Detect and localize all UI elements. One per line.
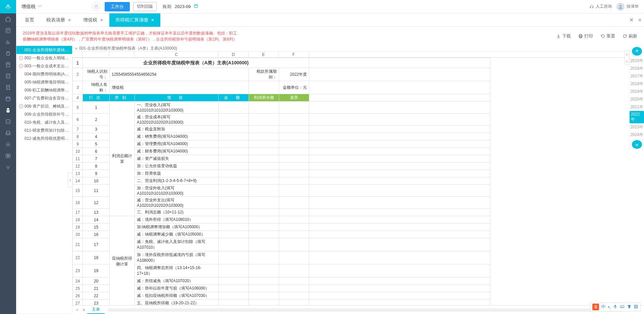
year-scroll-up-icon[interactable] xyxy=(632,47,642,56)
cell-profit[interactable] xyxy=(249,163,279,170)
nav-v-icon[interactable] xyxy=(0,162,16,173)
year-2015年[interactable]: 2015年 xyxy=(630,57,643,65)
year-2023年[interactable]: 2023年 xyxy=(630,123,643,131)
ime-logo-icon[interactable]: S xyxy=(592,304,599,310)
year-2017年[interactable]: 2017年 xyxy=(630,72,643,80)
ime-mic-icon[interactable] xyxy=(613,304,618,310)
year-2022年[interactable]: 2022年 xyxy=(630,111,644,123)
workbench-button[interactable]: 工作台 xyxy=(105,2,130,11)
cell-amount[interactable] xyxy=(219,102,249,114)
refresh-button[interactable]: 刷新 xyxy=(623,33,637,39)
cell-amount[interactable] xyxy=(219,177,249,185)
cell-profit[interactable] xyxy=(249,133,279,140)
tab-0[interactable]: 首页 xyxy=(19,13,40,27)
cell-profit[interactable] xyxy=(249,197,279,209)
nav-building-icon[interactable] xyxy=(0,82,16,93)
cell-amount[interactable] xyxy=(219,185,249,197)
cell-diff[interactable] xyxy=(279,264,309,277)
report-item-1[interactable]: 002-一般企业收入明细表(A1...! xyxy=(16,54,72,62)
cell-amount[interactable] xyxy=(219,238,249,251)
print-button[interactable]: 打印 xyxy=(578,33,593,39)
ime-mode[interactable]: 中 xyxy=(601,304,606,310)
nav-bag-icon[interactable] xyxy=(0,48,16,59)
avatar[interactable] xyxy=(616,3,625,11)
cell-amount[interactable] xyxy=(219,300,249,306)
cell-profit[interactable] xyxy=(249,102,279,114)
cell-amount[interactable] xyxy=(219,216,249,224)
cell-profit[interactable] xyxy=(249,209,279,216)
report-item-5[interactable]: 006-职工薪酬纳税调整明细... xyxy=(16,86,72,94)
switch-old-button[interactable]: 切到旧版 xyxy=(133,2,157,11)
nav-calendar-icon[interactable] xyxy=(0,93,16,105)
nav-ledger-icon[interactable] xyxy=(0,25,16,36)
ime-skin-icon[interactable] xyxy=(627,304,632,310)
cell-profit[interactable] xyxy=(249,155,279,163)
cell-profit[interactable] xyxy=(249,238,279,251)
cell-diff[interactable] xyxy=(279,170,309,177)
tab-close-icon[interactable]: ✕ xyxy=(100,18,103,22)
sheet-tab[interactable]: 主表 xyxy=(87,306,105,314)
cell-amount[interactable] xyxy=(219,277,249,285)
nav-play-icon[interactable] xyxy=(0,150,16,162)
nav-tax-icon[interactable] xyxy=(0,105,16,116)
cell-profit[interactable] xyxy=(249,231,279,238)
tabs-close-all-icon[interactable]: ✕ xyxy=(629,17,634,23)
expand-year-panel-icon[interactable]: ›› xyxy=(625,50,629,65)
year-scroll-down-icon[interactable] xyxy=(632,140,642,149)
nav-archive-icon[interactable] xyxy=(0,116,16,127)
report-item-11[interactable]: 012-减免所得税优惠明细表(... xyxy=(16,134,72,142)
report-item-4[interactable]: 005-纳税调整项目明细表(A1... xyxy=(16,78,72,86)
nav-home-icon[interactable] xyxy=(0,13,16,25)
header-circle-button[interactable] xyxy=(92,2,101,11)
cell-amount[interactable] xyxy=(219,251,249,264)
cell-profit[interactable] xyxy=(249,114,279,126)
cell-diff[interactable] xyxy=(279,209,309,216)
tab-1[interactable]: 税表清册✕ xyxy=(40,13,77,27)
add-sheet-icon[interactable]: ＋ xyxy=(74,307,80,313)
cell-profit[interactable] xyxy=(249,216,279,224)
cell-diff[interactable] xyxy=(279,277,309,285)
report-item-10[interactable]: 011-研发费用加计扣除优惠... xyxy=(16,126,72,134)
cell-diff[interactable] xyxy=(279,238,309,251)
cell-diff[interactable] xyxy=(279,155,309,163)
cell-profit[interactable] xyxy=(249,185,279,197)
cell-diff[interactable] xyxy=(279,114,309,126)
business-selector[interactable]: 增值税 ﹀ xyxy=(21,4,89,10)
cell-amount[interactable] xyxy=(219,163,249,170)
cell-profit[interactable] xyxy=(249,300,279,306)
cell-diff[interactable] xyxy=(279,224,309,231)
cell-diff[interactable] xyxy=(279,292,309,300)
cell-amount[interactable] xyxy=(219,285,249,292)
cell-profit[interactable] xyxy=(249,277,279,285)
year-2021年[interactable]: 2021年 xyxy=(630,103,643,111)
horizontal-scrollbar[interactable] xyxy=(107,308,624,312)
sheet-menu-icon[interactable]: ≡ xyxy=(80,308,87,312)
cell-amount[interactable] xyxy=(219,197,249,209)
year-2024年[interactable]: 2024年 xyxy=(630,131,643,139)
cell-diff[interactable] xyxy=(279,177,309,185)
cell-diff[interactable] xyxy=(279,251,309,264)
human-consult-button[interactable]: 人工咨询 xyxy=(589,4,612,9)
year-2016年[interactable]: 2016年 xyxy=(630,65,643,72)
cell-profit[interactable] xyxy=(249,292,279,300)
report-item-7[interactable]: 008-资产折旧、摊销及纳税...! xyxy=(16,102,72,110)
cell-diff[interactable] xyxy=(279,231,309,238)
nav-inbox-icon[interactable] xyxy=(0,127,16,139)
cell-amount[interactable] xyxy=(219,170,249,177)
cell-amount[interactable] xyxy=(219,133,249,140)
year-2019年[interactable]: 2019年 xyxy=(630,88,643,96)
cell-amount[interactable] xyxy=(219,148,249,155)
cell-diff[interactable] xyxy=(279,148,309,155)
cell-diff[interactable] xyxy=(279,140,309,148)
cell-diff[interactable] xyxy=(279,300,309,306)
cell-diff[interactable] xyxy=(279,126,309,133)
report-item-6[interactable]: 007-广告费和业务宣传费跨... xyxy=(16,94,72,102)
nav-doc-icon[interactable] xyxy=(0,59,16,70)
download-button[interactable]: 下载 xyxy=(556,33,571,39)
cell-profit[interactable] xyxy=(249,285,279,292)
cell-profit[interactable] xyxy=(249,264,279,277)
nav-calc-icon[interactable] xyxy=(0,70,16,82)
cell-diff[interactable] xyxy=(279,102,309,114)
cell-amount[interactable] xyxy=(219,114,249,126)
calendar-icon[interactable] xyxy=(194,4,198,10)
